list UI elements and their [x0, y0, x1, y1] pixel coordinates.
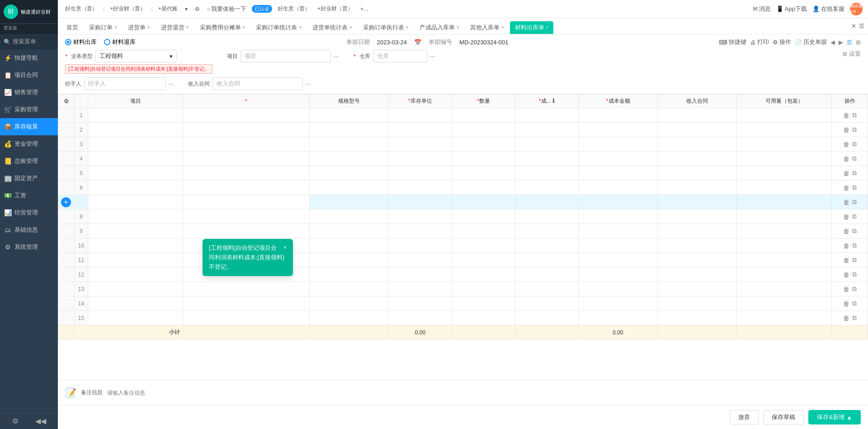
tab-purchase-order[interactable]: 采购订单 ×	[84, 21, 122, 34]
delete-row-icon[interactable]: 🗑	[843, 300, 849, 307]
topnav-dropdown-arrow[interactable]: ▾	[183, 6, 189, 12]
tab-po-execution[interactable]: 采购订单执行表 ×	[358, 21, 414, 34]
topnav-settings-icon[interactable]: ⚙	[193, 6, 202, 12]
tab-close-goods-stats[interactable]: ×	[349, 25, 352, 30]
calendar-icon[interactable]: 📅	[414, 39, 421, 46]
view-list-icon[interactable]: ☰	[847, 39, 852, 46]
tab-close-finished-goods[interactable]: ×	[457, 25, 459, 30]
tab-goods-stats[interactable]: 进货单统计表 ×	[307, 21, 357, 34]
topnav-easy-account[interactable]: +易代账	[156, 5, 179, 13]
sidebar-item-purchase[interactable]: 🛒 采购管理	[0, 101, 58, 118]
tab-close-purchase-order[interactable]: ×	[114, 25, 117, 30]
tooltip-close-btn[interactable]: ×	[283, 243, 287, 252]
copy-row-icon[interactable]: ⧉	[852, 126, 857, 133]
topnav-finance2[interactable]: +好业财（普）	[316, 5, 355, 13]
copy-row-icon[interactable]: ⧉	[852, 169, 857, 177]
copy-row-icon[interactable]: ⧉	[852, 213, 857, 220]
view-grid-icon[interactable]: ⊞	[856, 39, 861, 46]
tab-close-all-icon[interactable]: ✕	[851, 23, 856, 29]
tab-close-po-execution[interactable]: ×	[406, 25, 409, 30]
nav-prev-icon[interactable]: ◀	[830, 39, 835, 46]
sidebar-item-sales[interactable]: 📈 销售管理	[0, 84, 58, 101]
sidebar-item-assets[interactable]: 🏢 固定资产	[0, 170, 58, 187]
delete-row-icon[interactable]: 🗑	[843, 184, 849, 191]
delete-row-icon[interactable]: 🗑	[843, 199, 849, 206]
delete-row-icon[interactable]: 🗑	[843, 141, 849, 148]
history-docs-btn[interactable]: 📄 历史单据	[795, 38, 827, 46]
tab-close-material-issue[interactable]: ×	[546, 25, 549, 30]
handler-more-btn[interactable]: ···	[168, 80, 174, 87]
topnav-business2[interactable]: 好生意（普）	[276, 5, 312, 13]
print-btn[interactable]: 🖨 打印	[750, 38, 769, 46]
tab-close-goods-return[interactable]: ×	[186, 25, 189, 30]
copy-row-icon[interactable]: ⧉	[852, 242, 857, 249]
sidebar-item-finance[interactable]: 💰 资金管理	[0, 135, 58, 153]
delete-row-icon[interactable]: 🗑	[843, 170, 849, 177]
copy-row-icon[interactable]: ⧉	[852, 111, 857, 119]
topnav-app-download-btn[interactable]: 📱 App下载	[776, 5, 807, 13]
tab-purchase-expense[interactable]: 采购费用分摊单 ×	[195, 21, 250, 34]
delete-row-icon[interactable]: 🗑	[843, 112, 849, 119]
tab-home[interactable]: 首页	[61, 21, 83, 34]
copy-row-icon[interactable]: ⧉	[852, 271, 857, 278]
notes-input[interactable]	[107, 390, 861, 396]
tab-close-purchase-expense[interactable]: ×	[243, 25, 245, 30]
tab-other-receipt[interactable]: 其他入库单 ×	[465, 21, 509, 34]
copy-row-icon[interactable]: ⧉	[852, 140, 857, 148]
copy-row-icon[interactable]: ⧉	[852, 155, 857, 162]
sidebar-item-basic[interactable]: 🗂 基础信息	[0, 221, 58, 238]
income-contract-input[interactable]: 收入合同	[212, 77, 303, 90]
delete-row-icon[interactable]: 🗑	[843, 315, 849, 322]
copy-row-icon[interactable]: ⧉	[852, 256, 857, 264]
project-input[interactable]: 项目	[241, 50, 331, 62]
tab-finished-goods[interactable]: 产成品入库单 ×	[415, 21, 464, 34]
topnav-more[interactable]: +...	[359, 6, 370, 12]
tab-purchase-stats[interactable]: 采购订单统计表 ×	[251, 21, 307, 34]
delete-row-icon[interactable]: 🗑	[843, 228, 849, 235]
business-type-input[interactable]: 工程领料 ▾	[95, 50, 177, 62]
tab-material-issue[interactable]: 材料出库单 ×	[510, 21, 554, 34]
tab-list-icon[interactable]: ☰	[859, 23, 864, 29]
sidebar-item-ledger[interactable]: 📒 总账管理	[0, 153, 58, 170]
tab-goods-receipt[interactable]: 进货单 ×	[123, 21, 155, 34]
topnav-good-finance[interactable]: +好业财（普）	[108, 5, 147, 13]
sidebar-item-salary[interactable]: 💵 工资	[0, 187, 58, 204]
copy-row-icon[interactable]: ⧉	[852, 300, 857, 307]
tab-close-other-receipt[interactable]: ×	[501, 25, 504, 30]
delete-row-icon[interactable]: 🗑	[843, 213, 849, 220]
sidebar-item-operation[interactable]: 📊 经营管理	[0, 204, 58, 221]
save-new-button[interactable]: 保存&新增 ▲	[808, 410, 861, 424]
delete-row-icon[interactable]: 🗑	[843, 126, 849, 133]
tab-goods-return[interactable]: 进货退货 ×	[156, 21, 194, 34]
sidebar-item-project[interactable]: 📋 项目合同	[0, 67, 58, 84]
radio-material-issue[interactable]: 材料出库	[65, 38, 97, 46]
project-more-btn[interactable]: ···	[334, 52, 339, 60]
settings-footer-icon[interactable]: ⚙	[12, 417, 19, 425]
operations-btn[interactable]: ⚙ 操作	[773, 38, 791, 46]
topnav-message-btn[interactable]: ✉ 消息	[753, 5, 771, 13]
topnav-good-business[interactable]: 好生意（普）	[63, 5, 99, 13]
cost-info-icon[interactable]: ℹ	[552, 97, 555, 104]
sidebar-item-system[interactable]: ⚙ 系统管理	[0, 238, 58, 256]
topnav-service-btn[interactable]: 👤 在线客服	[812, 5, 844, 13]
copy-row-icon[interactable]: ⧉	[852, 184, 857, 191]
copy-row-icon[interactable]: ⧉	[852, 227, 857, 235]
tab-close-purchase-stats[interactable]: ×	[299, 25, 302, 30]
handler-input[interactable]: 经手人	[84, 77, 165, 90]
sidebar-search[interactable]: 🔍 搜索菜单	[0, 34, 58, 49]
discard-button[interactable]: 放弃	[730, 410, 759, 424]
delete-row-icon[interactable]: 🗑	[843, 271, 849, 278]
sidebar-item-shortcut[interactable]: ⚡ 快捷导航	[0, 49, 58, 67]
save-new-dropdown-icon[interactable]: ▲	[846, 414, 852, 421]
income-contract-more-btn[interactable]: ···	[306, 80, 311, 87]
delete-row-icon[interactable]: 🗑	[843, 242, 849, 249]
shortcut-keys-btn[interactable]: ⌨ 快捷键	[719, 38, 746, 46]
col-settings[interactable]: ⚙	[58, 95, 75, 108]
table-settings-btn[interactable]: ⚙ 设置	[842, 50, 861, 58]
warehouse-input[interactable]: 仓库	[373, 50, 427, 62]
add-row-btn[interactable]: +	[61, 197, 71, 207]
delete-row-icon[interactable]: 🗑	[843, 286, 849, 293]
save-draft-button[interactable]: 保存草稿	[763, 410, 804, 424]
topnav-try-link[interactable]: ○ 我要体验一下	[205, 5, 248, 13]
warehouse-more-btn[interactable]: ···	[430, 52, 435, 60]
